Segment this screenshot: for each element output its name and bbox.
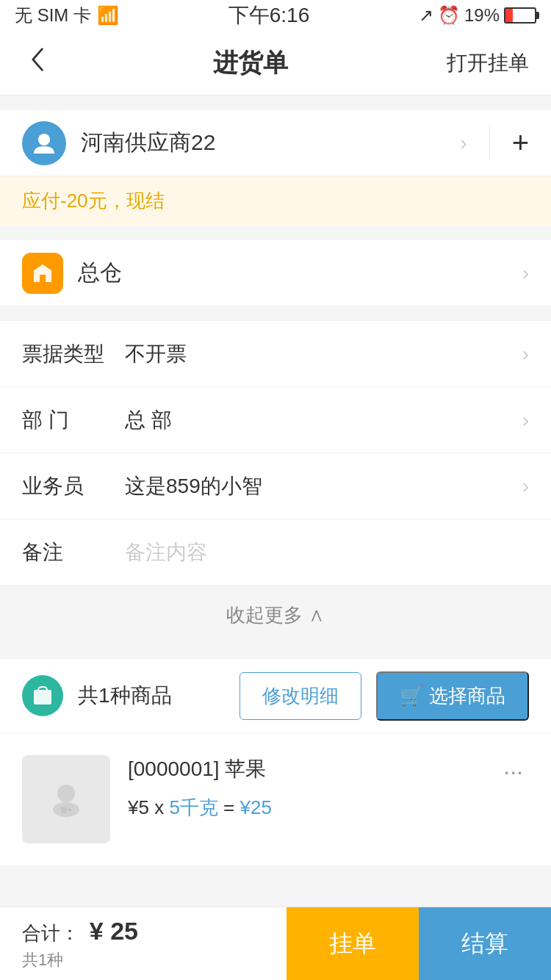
remark-row[interactable]: 备注 备注内容 <box>0 519 551 586</box>
settle-button[interactable]: 结算 <box>419 907 551 981</box>
page-title: 进货单 <box>213 46 288 80</box>
total-sub-label: 共1种 <box>22 949 264 971</box>
dept-value: 总 部 <box>125 406 522 434</box>
products-header: 共1种商品 修改明细 🛒 选择商品 <box>0 659 551 732</box>
svg-rect-2 <box>34 690 51 705</box>
remark-label: 备注 <box>22 538 125 566</box>
supplier-avatar <box>22 121 66 165</box>
back-button[interactable] <box>22 39 54 87</box>
select-product-label: 选择商品 <box>429 683 505 709</box>
product-more-button[interactable]: ··· <box>497 755 529 788</box>
warehouse-name: 总仓 <box>78 258 522 288</box>
wifi-icon: 📶 <box>97 5 119 26</box>
edit-detail-button[interactable]: 修改明细 <box>240 672 361 720</box>
status-right: ↗ ⏰ 19% <box>419 5 536 26</box>
location-icon: ↗ <box>419 5 433 26</box>
products-icon <box>22 675 63 716</box>
supplier-name: 河南供应商22 <box>81 128 460 158</box>
section-divider-3 <box>0 644 551 659</box>
invoice-type-row[interactable]: 票据类型 不开票 › <box>0 321 551 387</box>
product-info: [0000001] 苹果 ¥5 x 5千克 = ¥25 <box>128 755 480 821</box>
svg-rect-1 <box>40 275 46 282</box>
product-thumbnail: 智+ <box>22 755 110 843</box>
svg-point-0 <box>38 134 50 145</box>
product-title: 苹果 <box>225 757 266 780</box>
svg-point-3 <box>57 785 75 802</box>
products-count: 共1种商品 <box>78 682 225 710</box>
carrier-label: 无 SIM 卡 <box>15 4 91 27</box>
agent-label: 业务员 <box>22 472 125 500</box>
invoice-type-value: 不开票 <box>125 340 522 368</box>
agent-chevron-icon: › <box>522 475 529 498</box>
section-divider-1 <box>0 226 551 240</box>
status-time: 下午6:16 <box>228 1 310 29</box>
open-hang-button[interactable]: 打开挂单 <box>447 49 529 77</box>
supplier-notice: 应付-20元，现结 <box>0 176 551 226</box>
invoice-type-label: 票据类型 <box>22 340 125 368</box>
battery-fill <box>505 9 513 22</box>
alarm-icon: ⏰ <box>438 5 460 26</box>
status-left: 无 SIM 卡 📶 <box>15 4 119 27</box>
warehouse-row[interactable]: 总仓 › <box>0 240 551 306</box>
select-product-button[interactable]: 🛒 选择商品 <box>376 671 529 721</box>
product-name: [0000001] 苹果 <box>128 755 480 783</box>
dept-row[interactable]: 部 门 总 部 › <box>0 387 551 453</box>
product-code: [0000001] <box>128 757 220 780</box>
product-item: 智+ [0000001] 苹果 ¥5 x 5千克 = ¥25 ··· <box>0 732 551 865</box>
agent-row[interactable]: 业务员 这是859的小智 › <box>0 453 551 519</box>
supplier-actions: › + <box>460 126 529 159</box>
collapse-button[interactable]: 收起更多 ∧ <box>0 586 551 644</box>
product-price: ¥5 x 5千克 = ¥25 <box>128 795 480 821</box>
dept-label: 部 门 <box>22 406 125 434</box>
supplier-chevron-icon: › <box>460 131 467 155</box>
total-label: 合计： <box>22 922 79 944</box>
select-product-icon: 🛒 <box>400 685 423 707</box>
section-divider-2 <box>0 306 551 321</box>
top-divider <box>0 96 551 110</box>
nav-bar: 进货单 打开挂单 <box>0 31 551 96</box>
supplier-row[interactable]: 河南供应商22 › + <box>0 110 551 176</box>
warehouse-chevron-icon: › <box>522 262 529 285</box>
battery-percent: 19% <box>464 5 500 26</box>
svg-text:智+: 智+ <box>60 806 72 814</box>
footer-total: 合计： ¥ 25 共1种 <box>0 917 287 971</box>
battery-icon <box>504 7 536 24</box>
status-bar: 无 SIM 卡 📶 下午6:16 ↗ ⏰ 19% <box>0 0 551 31</box>
add-supplier-button[interactable]: + <box>489 126 529 159</box>
invoice-chevron-icon: › <box>522 342 529 366</box>
warehouse-icon-bg <box>22 253 63 294</box>
dept-chevron-icon: › <box>522 408 529 432</box>
total-amount: ¥ 25 <box>90 917 138 945</box>
hang-button[interactable]: 挂单 <box>287 907 419 981</box>
remark-input[interactable]: 备注内容 <box>125 538 529 566</box>
agent-value: 这是859的小智 <box>125 472 522 500</box>
supplier-section: 河南供应商22 › + 应付-20元，现结 <box>0 110 551 226</box>
footer: 合计： ¥ 25 共1种 挂单 结算 <box>0 907 551 980</box>
